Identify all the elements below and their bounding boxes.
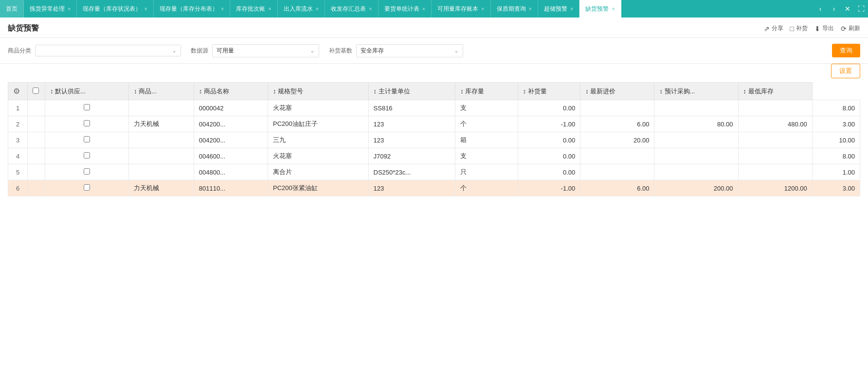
tab-item-2[interactable]: 现存量（库存状况表）× xyxy=(77,0,153,18)
latest-price-col-header[interactable]: ↕ 最新进价 xyxy=(580,83,654,100)
tab-item-3[interactable]: 现存量（库存分布表）× xyxy=(154,0,230,18)
tab-close-icon-3[interactable]: × xyxy=(221,6,224,12)
row-min-stock: 3.00 xyxy=(812,116,860,132)
row-unit: 箱 xyxy=(455,132,518,148)
tab-item-9[interactable]: 保质期查询× xyxy=(491,0,538,18)
unit-col-header[interactable]: ↕ 主计量单位 xyxy=(368,83,455,100)
replenish-select[interactable]: 安全库存 ⌄ xyxy=(356,44,463,57)
settings-row: 设置 xyxy=(0,64,868,82)
replenish-btn[interactable]: □ 补货 xyxy=(790,24,808,33)
row-checkbox-2[interactable] xyxy=(84,136,90,142)
row-supplier xyxy=(129,148,194,164)
stock-col-header[interactable]: ↕ 库存量 xyxy=(455,83,518,100)
tab-close-icon-10[interactable]: × xyxy=(570,6,573,12)
row-supplier xyxy=(129,164,194,180)
row-stock: -1.00 xyxy=(518,180,580,196)
replenish-col-header[interactable]: ↕ 补货量 xyxy=(518,83,580,100)
supplier-col-header[interactable]: ↕ 默认供应... xyxy=(45,83,129,100)
row-checkbox-cell xyxy=(45,116,129,132)
tab-close-icon-6[interactable]: × xyxy=(369,6,372,12)
replenish-col-label: ↕ 补货量 xyxy=(523,88,547,95)
row-replenish: 6.00 xyxy=(580,180,654,196)
table-container: ⚙ ↕ 默认供应... ↕ 商品... ↕ 商品名称 ↕ xyxy=(0,82,868,196)
tab-close-icon-7[interactable]: × xyxy=(422,6,425,12)
gear-icon[interactable]: ⚙ xyxy=(13,87,20,95)
row-checkbox-4[interactable] xyxy=(84,168,90,175)
select-all-checkbox[interactable] xyxy=(33,88,39,94)
row-supplier: 力天机械 xyxy=(129,180,194,196)
tab-restore-btn[interactable]: ✕ xyxy=(841,5,854,13)
tab-bar: 首页拣货异常处理×现存量（库存状况表）×现存量（库存分布表）×库存批次账×出入库… xyxy=(0,0,868,18)
tab-item-7[interactable]: 要货单统计表× xyxy=(379,0,432,18)
tab-close-icon-4[interactable]: × xyxy=(268,6,271,12)
row-gear-cell xyxy=(28,100,45,116)
tab-close-icon-11[interactable]: × xyxy=(612,6,615,12)
replenish-label: 补货基数 xyxy=(329,47,352,55)
replenish-value: 安全库存 xyxy=(361,47,384,55)
code-col-header[interactable]: ↕ 商品... xyxy=(129,83,194,100)
main-content: 缺货预警 ⇗ 分享 □ 补货 ⬇ 导出 ⟳ 刷新 商品分类 xyxy=(0,18,868,387)
tab-item-5[interactable]: 出入库流水× xyxy=(278,0,325,18)
min-stock-col-label: ↕ 最低库存 xyxy=(743,88,774,95)
row-checkbox-3[interactable] xyxy=(84,152,90,158)
tab-close-icon-8[interactable]: × xyxy=(481,6,484,12)
row-stock: 0.00 xyxy=(518,164,580,180)
share-btn[interactable]: ⇗ 分享 xyxy=(764,24,783,33)
stock-col-label: ↕ 库存量 xyxy=(460,88,484,95)
table-row: 6 力天机械 801110... PC200张紧油缸 123 个 -1.00 6… xyxy=(8,180,860,196)
row-checkbox-cell xyxy=(45,100,129,116)
datasource-select[interactable]: 可用量 ⌄ xyxy=(212,44,319,57)
refresh-btn[interactable]: ⟳ 刷新 xyxy=(841,24,860,33)
tab-item-1[interactable]: 拣货异常处理× xyxy=(24,0,77,18)
tab-controls: ‹ › ✕ ⛶ xyxy=(814,5,868,13)
code-col-label: ↕ 商品... xyxy=(134,88,157,95)
row-min-stock: 10.00 xyxy=(812,132,860,148)
row-checkbox-0[interactable] xyxy=(84,104,90,110)
tab-item-0[interactable]: 首页 xyxy=(0,0,24,18)
row-estimated-purchase xyxy=(738,148,812,164)
category-filter-group: 商品分类 ⌄ xyxy=(8,45,181,56)
tab-item-8[interactable]: 可用量库存账本× xyxy=(432,0,490,18)
row-name: PC200油缸庄子 xyxy=(268,116,369,132)
name-col-header[interactable]: ↕ 商品名称 xyxy=(194,83,268,100)
row-number: 6 xyxy=(8,180,28,196)
tab-close-icon-9[interactable]: × xyxy=(529,6,532,12)
row-code: 004600... xyxy=(194,148,268,164)
tab-fullscreen-btn[interactable]: ⛶ xyxy=(854,5,868,13)
row-name: PC200张紧油缸 xyxy=(268,180,369,196)
row-checkbox-5[interactable] xyxy=(84,184,90,191)
tab-close-icon-1[interactable]: × xyxy=(68,6,71,12)
row-supplier xyxy=(129,100,194,116)
tab-item-6[interactable]: 收发存汇总表× xyxy=(325,0,378,18)
row-latest-price xyxy=(654,148,738,164)
row-replenish xyxy=(580,164,654,180)
row-spec: DS250*23c... xyxy=(368,164,455,180)
latest-price-col-label: ↕ 最新进价 xyxy=(585,88,615,95)
row-checkbox-cell xyxy=(45,148,129,164)
export-btn[interactable]: ⬇ 导出 xyxy=(814,24,834,33)
tab-next-btn[interactable]: › xyxy=(827,5,841,13)
row-number: 2 xyxy=(8,116,28,132)
category-chevron-icon: ⌄ xyxy=(172,47,177,54)
page-header: 缺货预警 ⇗ 分享 □ 补货 ⬇ 导出 ⟳ 刷新 xyxy=(0,18,868,38)
tab-item-11[interactable]: 缺货预警× xyxy=(579,0,621,18)
query-button[interactable]: 查询 xyxy=(832,44,860,57)
tab-close-icon-2[interactable]: × xyxy=(144,6,147,12)
row-stock: 0.00 xyxy=(518,100,580,116)
replenish-chevron-icon: ⌄ xyxy=(454,47,459,54)
min-stock-col-header[interactable]: ↕ 最低库存 xyxy=(738,83,812,100)
spec-col-header[interactable]: ↕ 规格型号 xyxy=(268,83,369,100)
tab-item-4[interactable]: 库存批次账× xyxy=(230,0,277,18)
datasource-filter-group: 数据源 可用量 ⌄ xyxy=(191,44,319,57)
row-estimated-purchase xyxy=(738,164,812,180)
tab-close-icon-5[interactable]: × xyxy=(316,6,319,12)
tab-item-10[interactable]: 超储预警× xyxy=(538,0,579,18)
estimated-col-header[interactable]: ↕ 预计采购... xyxy=(654,83,738,100)
unit-col-label: ↕ 主计量单位 xyxy=(374,88,410,95)
tab-prev-btn[interactable]: ‹ xyxy=(814,5,827,13)
row-checkbox-1[interactable] xyxy=(84,120,90,126)
row-min-stock: 8.00 xyxy=(812,100,860,116)
row-min-stock: 8.00 xyxy=(812,148,860,164)
category-select[interactable]: ⌄ xyxy=(35,45,181,56)
settings-button[interactable]: 设置 xyxy=(831,64,860,78)
